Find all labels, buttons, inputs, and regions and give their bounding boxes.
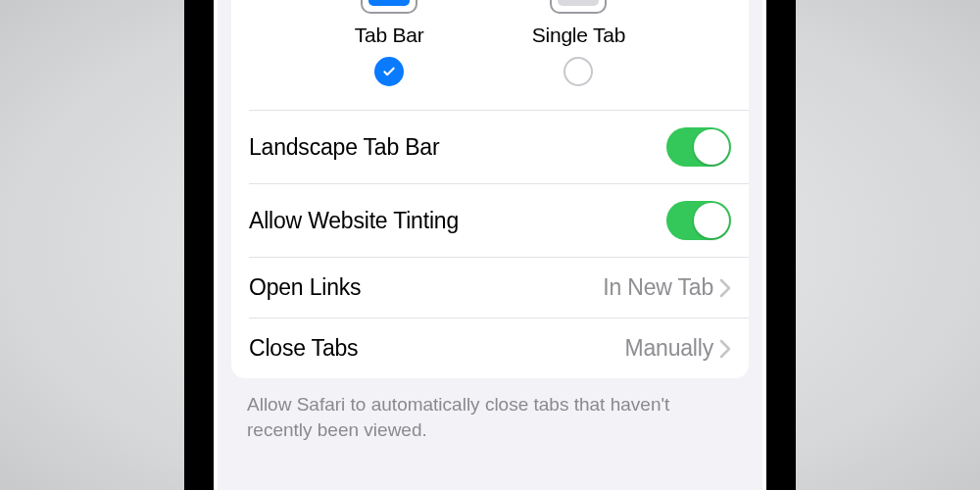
- allow-website-tinting-row[interactable]: Allow Website Tinting: [231, 184, 749, 257]
- open-links-row[interactable]: Open Links In New Tab: [231, 258, 749, 318]
- chevron-right-icon: [719, 339, 731, 359]
- single-tab-label: Single Tab: [532, 24, 626, 47]
- single-tab-preview-icon: [550, 0, 607, 14]
- landscape-tab-bar-row[interactable]: Landscape Tab Bar: [231, 111, 749, 183]
- open-links-value: In New Tab: [603, 274, 713, 301]
- tab-layout-chooser: Tab Bar Single Tab: [231, 0, 749, 110]
- allow-website-tinting-label: Allow Website Tinting: [249, 208, 666, 234]
- allow-website-tinting-switch[interactable]: [666, 201, 731, 240]
- settings-screen: Tab Bar Single Tab La: [218, 0, 762, 490]
- close-tabs-label: Close Tabs: [249, 335, 625, 362]
- tab-bar-label: Tab Bar: [355, 24, 424, 47]
- checkmark-icon: [381, 64, 397, 79]
- tab-bar-preview-icon: [361, 0, 417, 14]
- section-footer-text: Allow Safari to automatically close tabs…: [218, 378, 762, 442]
- tab-bar-option[interactable]: Tab Bar: [355, 0, 424, 86]
- landscape-tab-bar-label: Landscape Tab Bar: [249, 134, 666, 161]
- tab-bar-radio[interactable]: [374, 57, 404, 86]
- settings-card: Tab Bar Single Tab La: [231, 0, 749, 378]
- close-tabs-row[interactable]: Close Tabs Manually: [231, 318, 749, 378]
- phone-frame: Tab Bar Single Tab La: [184, 0, 796, 490]
- single-tab-option[interactable]: Single Tab: [532, 0, 626, 86]
- close-tabs-value: Manually: [625, 335, 713, 362]
- open-links-label: Open Links: [249, 274, 603, 301]
- phone-inner: Tab Bar Single Tab La: [214, 0, 766, 490]
- landscape-tab-bar-switch[interactable]: [666, 127, 731, 167]
- single-tab-radio[interactable]: [564, 57, 593, 86]
- chevron-right-icon: [719, 278, 731, 298]
